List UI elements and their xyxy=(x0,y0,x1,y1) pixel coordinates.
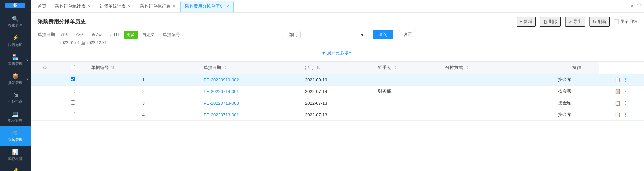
select-all-checkbox[interactable] xyxy=(71,65,75,69)
sidebar-item-ecommerce[interactable]: 💻 电商管理 xyxy=(0,107,31,126)
doc-date-sort-icon[interactable]: ⇅ xyxy=(224,65,227,70)
doc-date-column-header[interactable]: 单据日期 ⇅ xyxy=(200,62,301,74)
sidebar-item-quick-nav[interactable]: ⚡ 快捷导航 xyxy=(0,31,31,51)
settings-button[interactable]: 设置 xyxy=(399,30,416,39)
row-checkbox-0[interactable] xyxy=(71,77,75,81)
row-checkbox-1[interactable] xyxy=(71,89,75,93)
edit-icon-0[interactable]: 📋 xyxy=(615,77,621,82)
show-columns-checkbox[interactable] xyxy=(614,19,619,24)
chip-today[interactable]: 今天 xyxy=(73,31,87,39)
sidebar-item-finance[interactable]: 💰 资金管理 xyxy=(0,165,31,171)
header-actions: + 新增 🗑 删除 ↗ 导出 ↻ 刷新 显示明细 xyxy=(517,17,637,27)
row-doc-num-cell-3[interactable]: PE-20220713-001 xyxy=(200,109,301,121)
doc-num-link-1[interactable]: PE-20220714-001 xyxy=(204,89,239,94)
more-icon-1[interactable]: ⋮ xyxy=(623,89,628,94)
ecommerce-icon: 💻 xyxy=(12,111,19,117)
sidebar-item-search[interactable]: 🔍 搜索菜单 xyxy=(0,12,31,31)
tab-inbound-stats[interactable]: 进货单统计表 ✕ xyxy=(96,1,135,12)
dept-dropdown-icon: ▼ xyxy=(360,32,365,37)
close-purchase-order-exec-icon[interactable]: ✕ xyxy=(172,4,176,9)
row-checkbox-cell-1[interactable] xyxy=(59,86,87,97)
expand-more-button[interactable]: ▼ 展开更多条件 xyxy=(322,50,354,56)
date-chips: 昨天 今天 近7天 近1月 更多 自定义 xyxy=(58,31,157,39)
row-handler-cell-1 xyxy=(441,86,554,97)
app-logo: 畅 xyxy=(5,3,25,8)
row-checkbox-2[interactable] xyxy=(71,100,75,105)
close-purchase-order-stats-icon[interactable]: ✕ xyxy=(88,4,91,9)
sidebar-item-wholesale[interactable]: 📦 批发管理 ▼ xyxy=(0,70,31,89)
chip-7days[interactable]: 近7天 xyxy=(89,31,105,39)
refresh-button[interactable]: ↻ 刷新 xyxy=(589,17,610,27)
more-icon-2[interactable]: ⋮ xyxy=(623,100,628,106)
sidebar-item-purchase[interactable]: 🛒 采购管理 xyxy=(0,126,31,146)
data-table: ⚙ 单据编号 ⇅ 单据日期 ⇅ 部门 ⇅ 经手人 xyxy=(31,62,644,121)
sidebar-item-inventory[interactable]: 📊 库存核算 xyxy=(0,146,31,165)
more-icon-3[interactable]: ⋮ xyxy=(623,112,628,117)
row-op-cell-0: 📋 ⋮ xyxy=(599,74,644,86)
chip-more[interactable]: 更多 xyxy=(124,31,138,39)
row-num-cell-0: 1 xyxy=(87,74,200,86)
sidebar-item-mini-shop[interactable]: 🛍 小畅电商 xyxy=(0,89,31,107)
date-range-display: 2022-01-01 至 2022-12-31 xyxy=(59,40,107,45)
dept-select[interactable]: ▼ xyxy=(300,31,367,39)
close-purchase-cost-history-icon[interactable]: ✕ xyxy=(226,4,229,9)
finance-icon: 💰 xyxy=(12,168,19,171)
doc-num-input[interactable] xyxy=(183,31,283,39)
doc-num-link-2[interactable]: PE-20220713-003 xyxy=(204,101,239,106)
delete-button[interactable]: 🗑 删除 xyxy=(540,17,561,27)
split-method-column-header[interactable]: 分摊方式 ⇅ xyxy=(441,62,554,74)
row-checkbox-3[interactable] xyxy=(71,112,75,116)
add-button[interactable]: + 新增 xyxy=(517,17,536,27)
more-icon-0[interactable]: ⋮ xyxy=(623,77,628,82)
row-doc-num-cell-0[interactable]: PE-20220919-002 xyxy=(200,74,301,86)
handler-sort-icon[interactable]: ⇅ xyxy=(394,65,397,70)
main-content: 首页 采购订单统计表 ✕ 进货单统计表 ✕ 采购订单执行表 ✕ 采购费用分摊单历… xyxy=(31,0,644,171)
doc-num-sort-icon[interactable]: ⇅ xyxy=(111,65,115,70)
edit-icon-3[interactable]: 📋 xyxy=(615,112,621,117)
close-window-icon[interactable]: ✕ xyxy=(630,4,634,9)
chip-yesterday[interactable]: 昨天 xyxy=(58,31,72,39)
split-sort-icon[interactable]: ⇅ xyxy=(466,65,469,70)
checkbox-column-header[interactable] xyxy=(59,62,87,74)
table-row: 4 PE-20220713-001 2022-07-13 按金额 📋 ⋮ xyxy=(31,109,644,121)
table-row: 2 PE-20220714-001 2022-07-14 财务部 按金额 📋 ⋮ xyxy=(31,86,644,97)
doc-num-link-0[interactable]: PE-20220919-002 xyxy=(204,77,239,82)
expand-icon: ▼ xyxy=(322,51,326,56)
tab-purchase-order-exec[interactable]: 采购订单执行表 ✕ xyxy=(136,1,180,12)
doc-num-column-header[interactable]: 单据编号 ⇅ xyxy=(87,62,200,74)
dept-column-header[interactable]: 部门 ⇅ xyxy=(301,62,374,74)
row-checkbox-cell-0[interactable] xyxy=(59,74,87,86)
sidebar: 畅 🔍 搜索菜单 ⚡ 快捷导航 🏪 零售管理 ▼ 📦 批发管理 ▼ 🛍 小畅电商… xyxy=(0,0,31,171)
export-button[interactable]: ↗ 导出 xyxy=(565,17,585,27)
query-button[interactable]: 查询 xyxy=(373,30,393,39)
tab-purchase-order-stats[interactable]: 采购订单统计表 ✕ xyxy=(51,1,95,12)
inventory-icon: 📊 xyxy=(12,149,19,155)
row-settings-cell-3 xyxy=(31,109,59,121)
row-checkbox-cell-2[interactable] xyxy=(59,97,87,109)
edit-icon-1[interactable]: 📋 xyxy=(615,89,621,94)
sidebar-item-retail[interactable]: 🏪 零售管理 ▼ xyxy=(0,51,31,70)
row-num-cell-3: 4 xyxy=(87,109,200,121)
row-doc-num-cell-2[interactable]: PE-20220713-003 xyxy=(200,97,301,109)
export-icon: ↗ xyxy=(568,19,572,24)
row-num-cell-2: 3 xyxy=(87,97,200,109)
row-checkbox-cell-3[interactable] xyxy=(59,109,87,121)
chip-custom[interactable]: 自定义 xyxy=(139,31,157,39)
row-doc-num-cell-1[interactable]: PE-20220714-001 xyxy=(200,86,301,97)
row-settings-cell-2 xyxy=(31,97,59,109)
tab-home[interactable]: 首页 xyxy=(34,1,50,12)
edit-icon-2[interactable]: 📋 xyxy=(615,100,621,106)
close-inbound-stats-icon[interactable]: ✕ xyxy=(128,4,131,9)
row-num-cell-1: 2 xyxy=(87,86,200,97)
retail-arrow-icon: ▼ xyxy=(26,59,29,62)
chip-1month[interactable]: 近1月 xyxy=(106,31,123,39)
settings-column-header[interactable]: ⚙ xyxy=(31,62,59,74)
dept-sort-icon[interactable]: ⇅ xyxy=(316,65,320,70)
maximize-window-icon[interactable]: ⛶ xyxy=(637,4,641,9)
handler-column-header[interactable]: 经手人 ⇅ xyxy=(374,62,441,74)
quick-nav-icon: ⚡ xyxy=(12,35,19,41)
tab-purchase-cost-history[interactable]: 采购费用分摊单历史 ✕ xyxy=(180,1,234,12)
doc-num-link-3[interactable]: PE-20220713-001 xyxy=(204,112,239,117)
row-dept-cell-3 xyxy=(374,109,441,121)
show-columns-toggle[interactable]: 显示明细 xyxy=(614,19,637,25)
